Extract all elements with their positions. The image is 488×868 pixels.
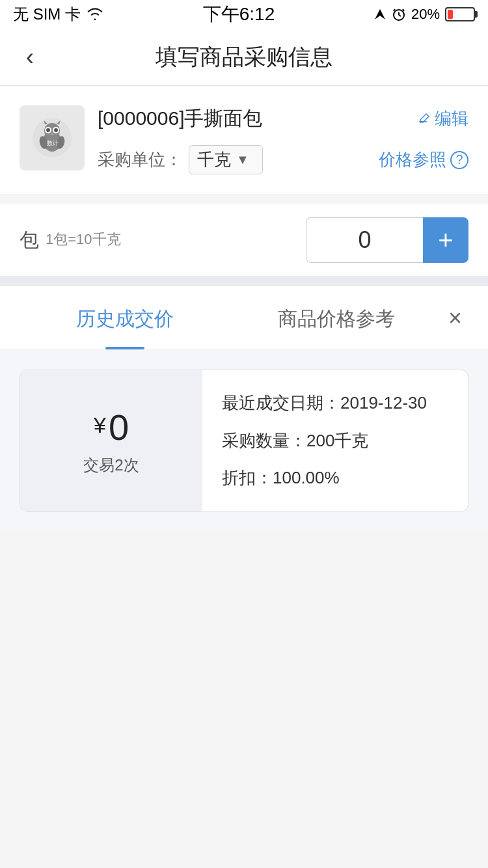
product-card: 数计 [0000006]手撕面包 编辑 采购单位： 千克 — [0, 86, 488, 194]
quantity-input[interactable]: 0 — [306, 217, 423, 263]
date-value: 2019-12-30 — [340, 393, 427, 413]
alarm-icon — [392, 7, 406, 21]
price-panel: ¥ 0 交易2次 最近成交日期：2019-12-30 采购数量：200千克 折扣… — [0, 350, 488, 532]
qty-sub-label: 1包=10千克 — [46, 230, 121, 249]
nav-bar: ‹ 填写商品采购信息 — [0, 29, 488, 86]
product-info: [0000006]手撕面包 编辑 采购单位： 千克 ▼ — [98, 105, 468, 174]
price-ref-label: 价格参照 — [379, 148, 446, 171]
date-label: 最近成交日期： — [222, 393, 340, 413]
price-value: 0 — [109, 406, 129, 448]
qty-unit-badge: 包 — [20, 227, 39, 254]
status-time: 下午6:12 — [203, 2, 275, 27]
tab-history-label: 历史成交价 — [76, 308, 174, 329]
status-right: 20% — [373, 6, 475, 23]
svg-point-8 — [46, 128, 50, 132]
price-amount-display: ¥ 0 — [94, 406, 129, 448]
status-left: 无 SIM 卡 — [13, 4, 104, 25]
svg-text:数计: 数计 — [47, 140, 59, 146]
transaction-count: 交易2次 — [83, 455, 139, 476]
currency-symbol: ¥ — [94, 413, 106, 438]
tab-history-price[interactable]: 历史成交价 — [20, 286, 230, 349]
product-full-name: [0000006]手撕面包 — [98, 105, 262, 132]
status-bar: 无 SIM 卡 下午6:12 20% — [0, 0, 488, 29]
tabs-container: 历史成交价 商品价格参考 × — [0, 286, 488, 350]
tab-price-ref-label: 商品价格参考 — [278, 308, 395, 329]
signal-text: 无 SIM 卡 — [13, 4, 81, 25]
discount-row: 折扣：100.00% — [222, 465, 448, 492]
price-reference-link[interactable]: 价格参照 ? — [379, 148, 468, 171]
product-image: 数计 — [20, 105, 85, 170]
battery-icon — [445, 7, 475, 21]
edit-button[interactable]: 编辑 — [418, 107, 468, 130]
edit-label: 编辑 — [435, 107, 468, 130]
quantity-row: 包 1包=10千克 0 + — [0, 204, 488, 276]
product-title-row: [0000006]手撕面包 编辑 — [98, 105, 468, 132]
page-title: 填写商品采购信息 — [156, 42, 332, 72]
svg-point-9 — [54, 128, 58, 132]
dropdown-arrow-icon: ▼ — [236, 152, 249, 167]
purchase-qty-row: 采购数量：200千克 — [222, 427, 448, 455]
tab-close-button[interactable]: × — [442, 292, 468, 345]
edit-icon — [418, 112, 432, 126]
section-divider — [0, 276, 488, 286]
unit-value: 千克 — [197, 148, 231, 171]
quantity-input-block: 0 + — [306, 217, 468, 263]
location-icon — [373, 8, 386, 21]
qty-value: 200千克 — [306, 431, 368, 450]
discount-label: 折扣： — [222, 468, 273, 487]
owl-logo-icon: 数计 — [29, 115, 75, 161]
quantity-label-block: 包 1包=10千克 — [20, 227, 121, 254]
product-unit-row: 采购单位： 千克 ▼ 价格参照 ? — [98, 145, 468, 174]
recent-date-row: 最近成交日期：2019-12-30 — [222, 390, 448, 417]
unit-select[interactable]: 千克 ▼ — [189, 145, 263, 174]
price-card-left: ¥ 0 交易2次 — [20, 370, 202, 511]
battery-percent: 20% — [411, 6, 440, 23]
price-card: ¥ 0 交易2次 最近成交日期：2019-12-30 采购数量：200千克 折扣… — [20, 370, 468, 512]
discount-value: 100.00% — [273, 468, 340, 487]
svg-line-2 — [399, 15, 401, 16]
product-header: 数计 [0000006]手撕面包 编辑 采购单位： 千克 — [20, 105, 468, 174]
qty-label: 采购数量： — [222, 431, 306, 450]
wifi-icon — [86, 8, 104, 21]
quantity-plus-button[interactable]: + — [423, 217, 468, 263]
price-card-right: 最近成交日期：2019-12-30 采购数量：200千克 折扣：100.00% — [202, 370, 468, 511]
back-button[interactable]: ‹ — [20, 37, 40, 77]
unit-label: 采购单位： — [98, 148, 182, 171]
help-circle-icon: ? — [450, 151, 468, 169]
tab-product-price-ref[interactable]: 商品价格参考 — [230, 286, 441, 349]
